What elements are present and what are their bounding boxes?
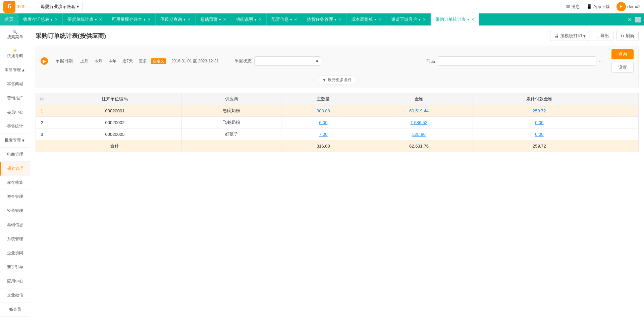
export-button[interactable]: ↓ 导出 [593, 31, 614, 41]
sidebar-retail-mgmt-label: 零售管理 [5, 67, 21, 73]
qty-link[interactable]: 303.00 [317, 108, 330, 113]
status-select[interactable]: ▾ [254, 56, 321, 66]
sidebar-item-finance-mgmt[interactable]: 资金管理 [0, 190, 30, 204]
tab-purchase-summary[interactable]: 采购订单统计表 ▾ ✕ [431, 13, 479, 25]
tab-close-icon11[interactable]: ✕ [471, 17, 474, 22]
tab-cost-adjust-label: 成本调整单 [351, 16, 373, 22]
close-all-tabs-icon[interactable]: ✕ [628, 16, 632, 23]
sidebar-purchase-mgmt-label: 采购管理 [3, 166, 28, 171]
tab-config-info[interactable]: 配置信息 ▾ ✕ [267, 13, 302, 25]
sidebar-item-purchase-mgmt[interactable]: 采购管理 [0, 162, 30, 176]
tab-warranty[interactable]: 保质期查询 ▾ ✕ [156, 13, 196, 25]
sidebar-item-wholesale-mgmt[interactable]: 批发管理 ▼ [0, 133, 30, 148]
tab-arrow-icon5: ▾ [219, 17, 221, 22]
tab-home[interactable]: 首页 [0, 13, 18, 25]
tab-close-icon7[interactable]: ✕ [294, 17, 297, 22]
tab-close-icon[interactable]: ✕ [55, 17, 58, 22]
message-btn[interactable]: ✉ 消息 [566, 4, 580, 10]
tab-close-icon5[interactable]: ✕ [223, 17, 226, 22]
paid-link[interactable]: 0.00 [535, 120, 543, 125]
sidebar-item-search[interactable]: 🔍 搜索菜单 [0, 25, 30, 44]
tab-arrow-icon4: ▾ [183, 17, 185, 22]
tab-arrow-icon7: ▾ [290, 17, 292, 22]
sidebar-item-system-mgmt[interactable]: 系统管理 [0, 232, 30, 246]
tab-function-desc[interactable]: 功能说明 ▾ ✕ [231, 13, 267, 25]
tab-receive-send[interactable]: 收发存汇总表 ▾ ✕ [18, 13, 63, 25]
goods-more-icon[interactable]: ··· [599, 59, 603, 64]
tab-pick-task[interactable]: 拣货任务管理 ▾ ✕ [302, 13, 346, 25]
paid-link[interactable]: 0.00 [535, 132, 543, 137]
shortcut-7days[interactable]: 近7天 [120, 58, 135, 65]
col-paid: 累计付款金额 [473, 93, 606, 105]
shortcut-more[interactable]: 更多 [137, 58, 149, 65]
sidebar-item-member-center[interactable]: 会员中心 [0, 105, 30, 119]
tab-invite-downstream[interactable]: 邀请下游客户 ▾ ✕ [386, 13, 431, 25]
tab-goods-summary[interactable]: 要货单统计表 ▾ ✕ [63, 13, 107, 25]
tab-arrow-icon3: ▾ [144, 17, 146, 22]
tab-close-icon8[interactable]: ✕ [338, 17, 341, 22]
message-icon: ✉ [566, 4, 570, 9]
sidebar-item-operations-mgmt[interactable]: 经营管理 [0, 204, 30, 218]
sidebar-item-retail-stats[interactable]: 零售统计 [0, 119, 30, 133]
tab-close-icon4[interactable]: ✕ [187, 17, 191, 22]
tab-cost-adjust[interactable]: 成本调整单 ▾ ✕ [346, 13, 386, 25]
sidebar-item-inventory-check[interactable]: 库存核算 [0, 176, 30, 190]
status-chevron-icon: ▾ [316, 59, 318, 64]
sidebar-item-marketing[interactable]: 营销推广 [0, 91, 30, 105]
sidebar-item-ecommerce-mgmt[interactable]: 电商管理 [0, 148, 30, 162]
tab-close-icon9[interactable]: ✕ [378, 17, 381, 22]
refresh-button[interactable]: ↻ 刷新 [616, 31, 639, 41]
sidebar-item-basic-info[interactable]: 基础信息 [0, 218, 30, 232]
sidebar-item-shortcut[interactable]: ⚡ 快捷导航 [0, 44, 30, 63]
column-settings-icon[interactable]: ⚙ [40, 97, 44, 102]
footer-paid: 259.72 [473, 140, 606, 152]
shortcut-last-month[interactable]: 上月 [78, 58, 90, 65]
tab-close-icon10[interactable]: ✕ [423, 17, 426, 22]
chevron-up-icon: ▲ [21, 68, 25, 72]
sidebar-item-vip[interactable]: 畅会员 [0, 303, 30, 317]
tab-close-icon2[interactable]: ✕ [99, 17, 102, 22]
row-amount: 1,586.52 [365, 117, 473, 128]
date-label: 单据日期 [55, 58, 73, 64]
qty-link[interactable]: 6.00 [319, 120, 327, 125]
goods-input[interactable] [438, 56, 597, 66]
custom-badge[interactable]: 自定义 [151, 58, 166, 64]
logo-area: 6 标签 [3, 1, 34, 13]
sidebar-item-enterprise-wechat[interactable]: 企业微信 [0, 288, 30, 303]
workspace-select[interactable]: 母婴行业演示账套 ▾ [37, 2, 83, 11]
sidebar-item-new-guide[interactable]: 新手引导 [0, 260, 30, 274]
sidebar-operations-label: 经营管理 [2, 208, 28, 214]
restore-tab-icon[interactable]: ⬜ [635, 16, 641, 23]
tab-close-icon6[interactable]: ✕ [259, 17, 262, 22]
app-download-btn[interactable]: 📱 App下载 [587, 4, 610, 10]
tab-available-stock[interactable]: 可用量库存账本 ▾ ✕ [107, 13, 156, 25]
print-button[interactable]: 🖨 按模板打印 ▾ [550, 31, 590, 41]
tab-close-icon3[interactable]: ✕ [148, 17, 151, 22]
col-settings[interactable]: ⚙ [36, 93, 48, 105]
filter-toggle-button[interactable]: ▶ [41, 57, 48, 65]
expand-conditions-button[interactable]: ▼ 展开更多条件 [318, 75, 356, 85]
paid-link[interactable]: 259.72 [533, 108, 546, 113]
tab-overstock[interactable]: 超储预警 ▾ ✕ [196, 13, 231, 25]
amount-link[interactable]: 1,586.52 [411, 120, 428, 125]
sidebar-item-app-center[interactable]: 应用中心 [0, 274, 30, 288]
sidebar-basic-info-label: 基础信息 [2, 222, 28, 228]
shortcut-this-year[interactable]: 本年 [106, 58, 118, 65]
tab-arrow-icon6: ▾ [255, 17, 257, 22]
setting-button[interactable]: 设置 [611, 62, 634, 73]
print-arrow-icon: ▾ [583, 34, 586, 39]
sidebar-item-retail-mgmt[interactable]: 零售管理 ▲ [0, 63, 30, 77]
amount-link[interactable]: 60,519.44 [409, 108, 429, 113]
avatar: E [616, 2, 626, 11]
tab-arrow-icon9: ▾ [374, 17, 376, 22]
search-icon: 🔍 [2, 30, 28, 34]
sidebar-item-retail-mall[interactable]: 零售商城 [0, 77, 30, 91]
user-area[interactable]: E demo2 [616, 2, 641, 11]
row-code: 00020002 [48, 117, 182, 128]
qty-link[interactable]: 7.00 [319, 132, 327, 137]
shortcut-this-month[interactable]: 本月 [92, 58, 104, 65]
row-num: 2 [36, 117, 48, 128]
sidebar-item-enterprise-collab[interactable]: 企业协同 [0, 246, 30, 260]
amount-link[interactable]: 525.80 [412, 132, 426, 137]
search-button[interactable]: 查询 [611, 49, 634, 59]
